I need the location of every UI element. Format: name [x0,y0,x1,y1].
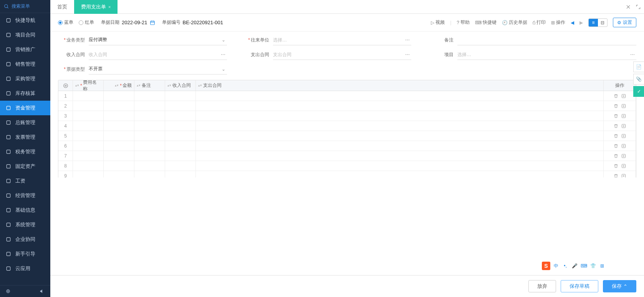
sidebar-search[interactable]: 搜索菜单 [0,0,50,13]
grid-config[interactable] [58,80,73,91]
more-icon[interactable]: ⋯ [629,52,636,57]
radio-blue[interactable]: 蓝单 [58,19,73,26]
col-expense[interactable]: ▴▾支出合同 [196,80,604,91]
sidebar-item-wage[interactable]: 工资 [0,174,50,188]
table-row[interactable]: 8 [58,161,636,171]
history-action[interactable]: 🕘历史单据 [502,19,527,26]
table-row[interactable]: 3 [58,111,636,121]
volume-icon[interactable] [40,289,45,294]
more-icon[interactable]: ⋯ [404,37,411,43]
expense-contract-input[interactable] [273,52,404,57]
sidebar-item-system[interactable]: 系统管理 [0,217,50,232]
ime-punct-icon[interactable]: •, [562,262,569,269]
add-row-icon[interactable] [621,154,626,158]
sidebar-item-file[interactable]: 项目合同 [0,28,50,42]
radio-red[interactable]: 红单 [79,19,94,26]
add-row-icon[interactable] [621,164,626,168]
col-income[interactable]: ▴▾收入合同 [165,80,196,91]
delete-row-icon[interactable] [614,134,618,138]
sidebar-item-grid[interactable]: 基础信息 [0,203,50,217]
sidebar-item-invoice[interactable]: 发票管理 [0,130,50,144]
ime-menu-icon[interactable]: ⊞ [599,262,606,269]
calendar-icon[interactable] [150,20,155,25]
sidebar-item-guide[interactable]: 新手引导 [0,247,50,261]
ime-logo-icon[interactable]: S [542,262,550,270]
ime-skin-icon[interactable]: 👕 [589,262,596,269]
side-tool-checked[interactable]: ✓ [633,86,644,97]
table-row[interactable]: 4 [58,121,636,131]
sidebar-item-cart[interactable]: 采购管理 [0,71,50,86]
sidebar-item-cloud[interactable]: 云应用 [0,261,50,276]
delete-row-icon[interactable] [614,144,618,148]
sidebar-item-compass[interactable]: 快捷导航 [0,13,50,28]
side-tool-note[interactable]: 📄 [633,61,644,72]
next-icon[interactable]: ▶ [579,20,583,25]
more-icon[interactable]: ⋯ [219,52,227,57]
delete-row-icon[interactable] [614,164,618,168]
delete-row-icon[interactable] [614,174,618,178]
project-input[interactable] [457,52,629,57]
add-row-icon[interactable] [621,134,626,138]
sidebar-item-money[interactable]: 资金管理 [0,101,50,115]
help-action[interactable]: ?帮助 [457,19,470,26]
sidebar-item-home[interactable]: 销售管理 [0,57,50,71]
sidebar-item-building[interactable]: 企业协同 [0,232,50,247]
sidebar-item-box[interactable]: 库存核算 [0,86,50,101]
col-note[interactable]: ▴▾备注 [134,80,165,91]
print-action[interactable]: ⎙打印 [533,19,546,26]
add-row-icon[interactable] [621,104,626,108]
income-contract-input[interactable] [89,52,219,57]
chevron-down-icon[interactable]: ⌄ [220,37,227,43]
prev-icon[interactable]: ◀ [571,20,574,25]
table-row[interactable]: 1 [58,91,636,101]
video-action[interactable]: ▷视频 [431,19,445,26]
view-card[interactable]: ⊟ [598,19,607,27]
gear-icon[interactable] [5,289,11,294]
table-row[interactable]: 7 [58,151,636,161]
table-row[interactable]: 6 [58,141,636,151]
col-amount[interactable]: ▴▾*金额 [104,80,134,91]
save-button[interactable]: 保存⌃ [603,280,636,292]
more-action[interactable]: ⊞操作 [551,19,565,26]
delete-row-icon[interactable] [614,94,618,98]
side-tool-attach[interactable]: 📎 [633,74,644,85]
delete-row-icon[interactable] [614,124,618,128]
tab-0[interactable]: 首页 [50,0,74,14]
partner-input[interactable] [273,37,404,43]
tab-1[interactable]: 费用支出单× [74,0,118,14]
add-row-icon[interactable] [621,144,626,148]
delete-row-icon[interactable] [614,104,618,108]
sidebar-item-tax[interactable]: 税务管理 [0,144,50,159]
more-icon[interactable]: ⋯ [404,52,411,57]
col-fee-name[interactable]: ▴▾*费用名称 [73,80,104,91]
sidebar-item-asset[interactable]: 固定资产 [0,159,50,174]
add-row-icon[interactable] [621,94,626,98]
delete-row-icon[interactable] [614,154,618,158]
ime-zh[interactable]: 中 [553,262,560,269]
view-list[interactable]: ≡ [589,19,598,27]
hotkey-action[interactable]: ⌨快捷键 [475,19,497,26]
sidebar-item-gift[interactable]: 营销推广 [0,42,50,57]
delete-row-icon[interactable] [614,114,618,118]
table-row[interactable]: 9 [58,171,636,178]
date-value[interactable]: 2022-09-21 [122,20,147,25]
close-tab-icon[interactable] [626,4,631,10]
save-draft-button[interactable]: 保存草稿 [561,280,598,292]
table-row[interactable]: 5 [58,131,636,141]
add-row-icon[interactable] [621,124,626,128]
sidebar-item-ledger[interactable]: 总账管理 [0,115,50,130]
tab-close-icon[interactable]: × [108,5,111,9]
ime-mic-icon[interactable]: 🎤 [571,262,578,269]
add-row-icon[interactable] [621,114,626,118]
table-row[interactable]: 2 [58,101,636,111]
ticket-type-input[interactable] [89,66,220,72]
remark-input[interactable] [457,37,636,43]
ime-keyboard-icon[interactable]: ⌨ [580,262,587,269]
sidebar-item-manage[interactable]: 经营管理 [0,188,50,203]
discard-button[interactable]: 放弃 [528,280,556,292]
biz-type-input[interactable] [89,37,220,43]
fullscreen-icon[interactable] [636,4,641,10]
add-row-icon[interactable] [621,174,626,178]
chevron-down-icon[interactable]: ⌄ [220,66,227,72]
setting-button[interactable]: ⚙ 设置 [613,18,636,27]
